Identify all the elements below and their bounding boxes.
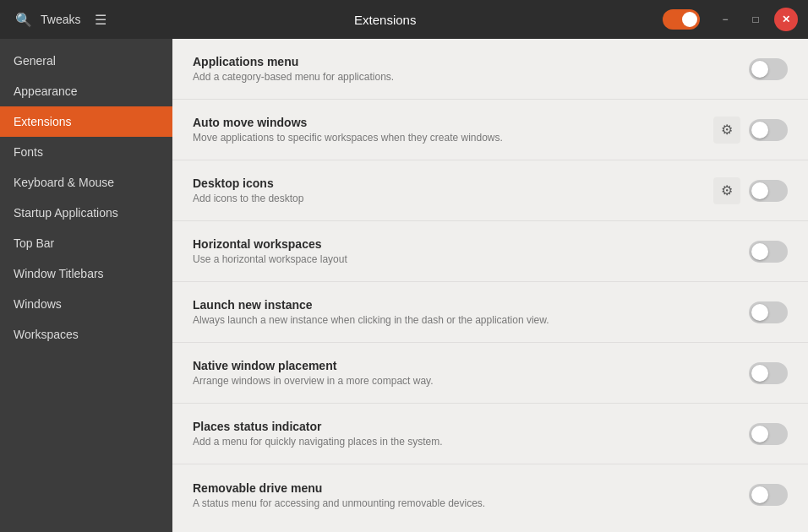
extension-info-native-window-placement: Native window placementArrange windows i… xyxy=(193,359,749,387)
extension-row-launch-new-instance: Launch new instanceAlways launch a new i… xyxy=(172,282,808,343)
maximize-button[interactable]: □ xyxy=(744,8,767,31)
extension-info-launch-new-instance: Launch new instanceAlways launch a new i… xyxy=(193,298,749,326)
extension-desc-removable-drive-menu: A status menu for accessing and unmounti… xyxy=(193,497,749,509)
extension-title-removable-drive-menu: Removable drive menu xyxy=(193,481,749,495)
extension-actions-applications-menu xyxy=(749,58,788,80)
sidebar-item-windows[interactable]: Windows xyxy=(0,289,172,319)
extension-title-desktop-icons: Desktop icons xyxy=(193,176,713,190)
sidebar-item-startup-applications[interactable]: Startup Applications xyxy=(0,198,172,228)
extension-settings-auto-move-windows[interactable]: ⚙ xyxy=(713,117,740,144)
extension-row-removable-drive-menu: Removable drive menuA status menu for ac… xyxy=(172,464,808,525)
minimize-button[interactable]: − xyxy=(713,8,737,31)
extension-actions-native-window-placement xyxy=(749,362,788,384)
extension-info-horizontal-workspaces: Horizontal workspacesUse a horizontal wo… xyxy=(193,237,749,265)
extension-info-places-status-indicator: Places status indicatorAdd a menu for qu… xyxy=(193,420,749,448)
extension-info-desktop-icons: Desktop iconsAdd icons to the desktop xyxy=(193,176,713,204)
extension-info-auto-move-windows: Auto move windowsMove applications to sp… xyxy=(193,116,713,144)
extension-title-places-status-indicator: Places status indicator xyxy=(193,420,749,433)
extension-desc-applications-menu: Add a category-based menu for applicatio… xyxy=(193,71,749,83)
extension-toggle-places-status-indicator[interactable] xyxy=(749,423,788,445)
search-button[interactable]: 🔍 xyxy=(10,6,37,33)
extension-desc-desktop-icons: Add icons to the desktop xyxy=(193,193,713,204)
extension-row-native-window-placement: Native window placementArrange windows i… xyxy=(172,343,808,404)
extension-actions-removable-drive-menu xyxy=(749,484,788,506)
extension-settings-desktop-icons[interactable]: ⚙ xyxy=(713,177,740,204)
extension-desc-native-window-placement: Arrange windows in overview in a more co… xyxy=(193,375,749,387)
sidebar-item-appearance[interactable]: Appearance xyxy=(0,76,172,106)
extension-toggle-auto-move-windows[interactable] xyxy=(749,119,788,141)
extension-actions-places-status-indicator xyxy=(749,423,788,445)
sidebar-item-fonts[interactable]: Fonts xyxy=(0,137,172,167)
sidebar-item-window-titlebars[interactable]: Window Titlebars xyxy=(0,258,172,289)
extension-desc-launch-new-instance: Always launch a new instance when clicki… xyxy=(193,314,749,326)
sidebar-item-workspaces[interactable]: Workspaces xyxy=(0,319,172,350)
extension-title-launch-new-instance: Launch new instance xyxy=(193,298,749,312)
extension-title-horizontal-workspaces: Horizontal workspaces xyxy=(193,237,749,251)
window-controls: − □ ✕ xyxy=(713,8,798,31)
menu-button[interactable]: ☰ xyxy=(87,6,114,33)
content-area: Applications menuAdd a category-based me… xyxy=(172,39,808,532)
extension-desc-horizontal-workspaces: Use a horizontal workspace layout xyxy=(193,253,749,265)
titlebar: 🔍 Tweaks ☰ Extensions − □ ✕ xyxy=(0,0,808,39)
extension-toggle-desktop-icons[interactable] xyxy=(749,180,788,202)
sidebar-item-general[interactable]: General xyxy=(0,46,172,76)
extension-row-desktop-icons: Desktop iconsAdd icons to the desktop⚙ xyxy=(172,160,808,221)
theme-toggle[interactable] xyxy=(663,9,700,30)
extension-row-places-status-indicator: Places status indicatorAdd a menu for qu… xyxy=(172,404,808,464)
extension-actions-auto-move-windows: ⚙ xyxy=(713,117,788,144)
sidebar-item-extensions[interactable]: Extensions xyxy=(0,106,172,137)
sidebar: GeneralAppearanceExtensionsFontsKeyboard… xyxy=(0,39,172,532)
app-title: Tweaks xyxy=(41,13,80,26)
page-title: Extensions xyxy=(114,13,656,27)
extension-actions-horizontal-workspaces xyxy=(749,241,788,263)
extension-desc-places-status-indicator: Add a menu for quickly navigating places… xyxy=(193,436,749,448)
sidebar-item-top-bar[interactable]: Top Bar xyxy=(0,228,172,258)
extension-row-auto-move-windows: Auto move windowsMove applications to sp… xyxy=(172,100,808,160)
extension-actions-launch-new-instance xyxy=(749,301,788,323)
extension-desc-auto-move-windows: Move applications to specific workspaces… xyxy=(193,132,713,144)
extension-actions-desktop-icons: ⚙ xyxy=(713,177,788,204)
menu-icon: ☰ xyxy=(95,12,106,28)
extension-title-auto-move-windows: Auto move windows xyxy=(193,116,713,129)
extension-row-applications-menu: Applications menuAdd a category-based me… xyxy=(172,39,808,100)
extension-row-horizontal-workspaces: Horizontal workspacesUse a horizontal wo… xyxy=(172,221,808,282)
main-layout: GeneralAppearanceExtensionsFontsKeyboard… xyxy=(0,39,808,532)
extension-toggle-launch-new-instance[interactable] xyxy=(749,301,788,323)
extension-toggle-horizontal-workspaces[interactable] xyxy=(749,241,788,263)
extension-info-removable-drive-menu: Removable drive menuA status menu for ac… xyxy=(193,481,749,509)
close-button[interactable]: ✕ xyxy=(774,8,798,31)
search-icon: 🔍 xyxy=(15,12,32,28)
extension-toggle-native-window-placement[interactable] xyxy=(749,362,788,384)
extension-title-applications-menu: Applications menu xyxy=(193,55,749,68)
extension-toggle-applications-menu[interactable] xyxy=(749,58,788,80)
extension-toggle-removable-drive-menu[interactable] xyxy=(749,484,788,506)
extension-info-applications-menu: Applications menuAdd a category-based me… xyxy=(193,55,749,83)
sidebar-item-keyboard-mouse[interactable]: Keyboard & Mouse xyxy=(0,167,172,198)
extension-title-native-window-placement: Native window placement xyxy=(193,359,749,372)
